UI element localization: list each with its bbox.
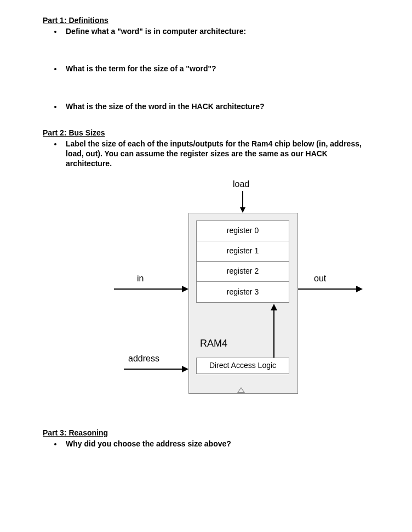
out-label: out <box>314 273 326 285</box>
part3-section: Part 3: Reasoning Why did you choose the… <box>43 428 374 449</box>
out-arrow-icon <box>298 285 364 293</box>
address-arrow-icon <box>124 365 190 373</box>
svg-marker-3 <box>182 286 188 292</box>
clock-triangle-icon <box>237 387 245 393</box>
chip-label: RAM4 <box>200 337 227 350</box>
svg-marker-5 <box>356 286 363 292</box>
part3-list: Why did you choose the address size abov… <box>62 439 374 449</box>
part2-heading: Part 2: Bus Sizes <box>43 128 374 138</box>
part1-item-0: Define what a "word" is in computer arch… <box>62 26 374 36</box>
part3-item-0: Why did you choose the address size abov… <box>62 439 374 449</box>
load-label: load <box>233 179 249 190</box>
register-3: register 3 <box>197 282 289 302</box>
register-1: register 1 <box>197 241 289 262</box>
part3-heading: Part 3: Reasoning <box>43 428 374 438</box>
register-stack: register 0 register 1 register 2 registe… <box>196 220 289 303</box>
part1-item-2: What is the size of the word in the HACK… <box>62 101 374 111</box>
in-label: in <box>137 273 144 285</box>
ram4-diagram: load register 0 register 1 register 2 re… <box>55 176 362 411</box>
part2-section: Part 2: Bus Sizes Label the size of each… <box>43 128 374 411</box>
register-2: register 2 <box>197 262 289 282</box>
address-label: address <box>128 353 159 365</box>
svg-marker-9 <box>271 304 277 310</box>
part2-list: Label the size of each of the inputs/out… <box>62 139 374 169</box>
part1-list: Define what a "word" is in computer arch… <box>62 26 374 111</box>
part2-item-0: Label the size of each of the inputs/out… <box>62 139 374 169</box>
register-0: register 0 <box>197 221 289 241</box>
part1-section: Part 1: Definitions Define what a "word"… <box>43 15 374 111</box>
direct-access-logic-box: Direct Access Logic <box>196 358 289 374</box>
load-arrow-icon <box>240 191 245 214</box>
svg-marker-7 <box>182 366 188 372</box>
svg-marker-1 <box>240 207 245 213</box>
dal-up-arrow-icon <box>270 303 278 360</box>
part1-heading: Part 1: Definitions <box>43 15 374 25</box>
part1-item-1: What is the term for the size of a "word… <box>62 64 374 73</box>
in-arrow-icon <box>114 285 190 293</box>
